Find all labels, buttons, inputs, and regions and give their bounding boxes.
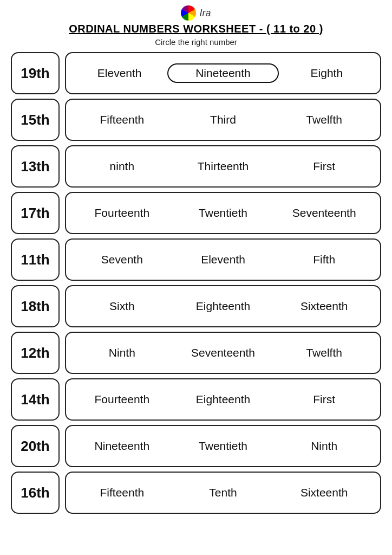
worksheet-row: 16thFifteenthTenthSixteenth: [11, 472, 381, 514]
number-box: 17th: [11, 192, 60, 234]
option-2[interactable]: Eighth: [279, 67, 375, 80]
number-box: 16th: [11, 472, 60, 514]
logo-area: Ira: [11, 5, 381, 21]
option-1[interactable]: Seventeenth: [173, 346, 274, 359]
logo-text: Ira: [199, 8, 211, 19]
option-0[interactable]: Fifteenth: [71, 486, 173, 499]
option-2[interactable]: First: [273, 393, 375, 406]
number-box: 11th: [11, 238, 60, 281]
option-2[interactable]: Sixteenth: [273, 300, 375, 313]
options-box: EleventhNineteenthEighth: [65, 52, 381, 94]
option-1[interactable]: Nineteenth: [167, 63, 278, 83]
options-box: NinthSeventeenthTwelfth: [65, 332, 381, 374]
option-0[interactable]: Fourteenth: [71, 206, 173, 220]
worksheet: 19thEleventhNineteenthEighth15thFifteent…: [11, 52, 381, 514]
option-1[interactable]: Tenth: [173, 486, 274, 499]
options-box: FifteenthTenthSixteenth: [65, 472, 381, 514]
option-2[interactable]: Twelfth: [273, 113, 375, 126]
worksheet-row: 13thninthThirteenthFirst: [11, 145, 381, 188]
option-0[interactable]: Seventh: [71, 253, 173, 266]
option-1[interactable]: Third: [173, 113, 274, 126]
option-0[interactable]: Sixth: [71, 300, 173, 313]
worksheet-row: 17thFourteenthTwentiethSeventeenth: [11, 192, 381, 234]
option-1[interactable]: Twentieth: [173, 206, 274, 220]
number-box: 15th: [11, 99, 60, 141]
options-box: ninthThirteenthFirst: [65, 145, 381, 188]
header: Ira ORDINAL NUMBERS WORKSHEET - ( 11 to …: [11, 5, 381, 47]
option-0[interactable]: ninth: [71, 160, 173, 173]
options-box: SeventhEleventhFifth: [65, 238, 381, 281]
option-1[interactable]: Eighteenth: [173, 300, 274, 313]
worksheet-row: 19thEleventhNineteenthEighth: [11, 52, 381, 94]
options-box: NineteenthTwentiethNinth: [65, 425, 381, 467]
worksheet-row: 14thFourteenthEighteenthFirst: [11, 378, 381, 421]
option-1[interactable]: Eleventh: [173, 253, 274, 266]
worksheet-row: 12thNinthSeventeenthTwelfth: [11, 332, 381, 374]
option-0[interactable]: Eleventh: [71, 67, 167, 80]
option-1[interactable]: Thirteenth: [173, 160, 274, 173]
worksheet-row: 20thNineteenthTwentiethNinth: [11, 425, 381, 467]
options-box: FifteenthThirdTwelfth: [65, 99, 381, 141]
option-0[interactable]: Fourteenth: [71, 393, 173, 406]
logo-icon: [181, 5, 196, 21]
number-box: 20th: [11, 425, 60, 467]
number-box: 14th: [11, 378, 60, 421]
option-2[interactable]: First: [273, 160, 375, 173]
option-2[interactable]: Ninth: [273, 440, 375, 453]
option-2[interactable]: Fifth: [273, 253, 375, 266]
worksheet-row: 15thFifteenthThirdTwelfth: [11, 99, 381, 141]
options-box: FourteenthEighteenthFirst: [65, 378, 381, 421]
option-2[interactable]: Seventeenth: [273, 206, 375, 220]
worksheet-row: 18thSixthEighteenthSixteenth: [11, 285, 381, 327]
number-box: 19th: [11, 52, 60, 94]
number-box: 12th: [11, 332, 60, 374]
option-1[interactable]: Twentieth: [173, 440, 274, 453]
option-2[interactable]: Sixteenth: [273, 486, 375, 499]
option-0[interactable]: Nineteenth: [71, 440, 173, 453]
number-box: 13th: [11, 145, 60, 188]
subtitle: Circle the right number: [11, 37, 381, 47]
option-1[interactable]: Eighteenth: [173, 393, 274, 406]
option-0[interactable]: Fifteenth: [71, 113, 173, 126]
options-box: FourteenthTwentiethSeventeenth: [65, 192, 381, 234]
option-0[interactable]: Ninth: [71, 346, 173, 359]
options-box: SixthEighteenthSixteenth: [65, 285, 381, 327]
number-box: 18th: [11, 285, 60, 327]
option-2[interactable]: Twelfth: [273, 346, 375, 359]
page-title: ORDINAL NUMBERS WORKSHEET - ( 11 to 20 ): [11, 23, 381, 35]
worksheet-row: 11thSeventhEleventhFifth: [11, 238, 381, 281]
